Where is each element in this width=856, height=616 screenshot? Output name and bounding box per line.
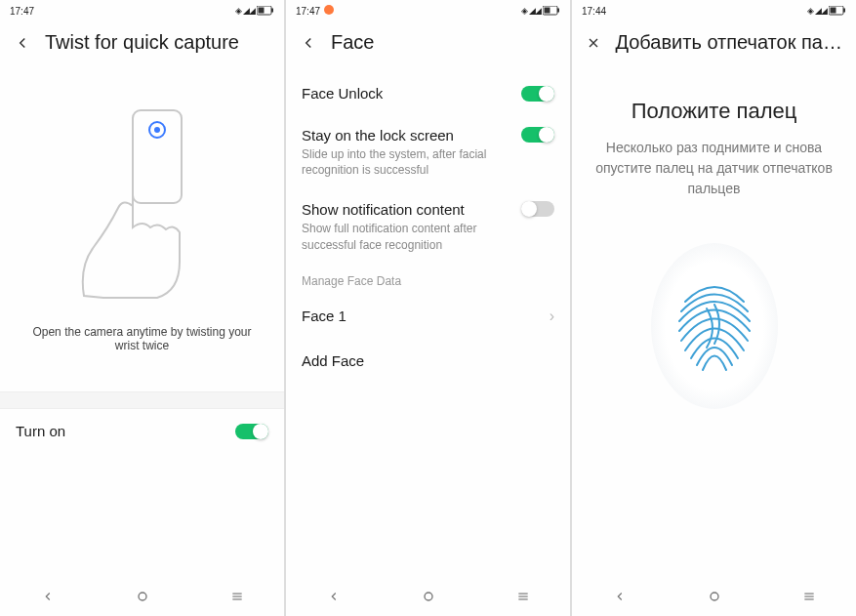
battery-icon	[543, 6, 560, 16]
screen-twist-capture: 17:47 ◈ ◢◢ Twist for quick capture Open …	[0, 0, 284, 616]
signal-icon: ◢◢	[529, 6, 541, 16]
wifi-icon: ◈	[235, 6, 241, 16]
page-title: Face	[331, 31, 374, 54]
signal-icon: ◢◢	[243, 6, 255, 16]
header: Face	[286, 21, 570, 71]
svg-rect-18	[843, 9, 845, 13]
svg-point-20	[651, 243, 778, 409]
add-face-label: Add Face	[302, 352, 364, 369]
chevron-right-icon: ›	[550, 308, 554, 325]
svg-point-13	[425, 593, 432, 600]
status-bar: 17:44 ◈ ◢◢	[572, 0, 856, 21]
nav-bar	[0, 577, 284, 616]
fingerprint-desc: Несколько раз поднимите и снова опустите…	[595, 138, 833, 199]
header: Twist for quick capture	[0, 21, 284, 71]
clock: 17:44	[582, 6, 606, 17]
page-title: Добавить отпечаток паль…	[615, 31, 842, 54]
notif-title: Show notification content	[302, 201, 510, 218]
clock: 17:47	[10, 6, 34, 17]
svg-rect-12	[545, 8, 550, 14]
status-icons: ◈ ◢◢	[235, 6, 274, 16]
status-icons: ◈ ◢◢	[807, 6, 846, 16]
turn-on-row[interactable]: Turn on	[0, 409, 284, 453]
menu-nav-icon[interactable]	[798, 586, 820, 607]
face-unlock-row[interactable]: Face Unlock	[286, 71, 570, 115]
menu-nav-icon[interactable]	[226, 586, 248, 607]
notif-toggle[interactable]	[521, 201, 554, 217]
recording-dot-icon	[324, 5, 334, 15]
nav-bar	[286, 577, 570, 616]
page-title: Twist for quick capture	[45, 31, 239, 54]
status-bar: 17:47 ◈ ◢◢	[286, 0, 570, 21]
back-nav-icon[interactable]	[37, 586, 59, 607]
status-bar: 17:47 ◈ ◢◢	[0, 0, 284, 21]
home-nav-icon[interactable]	[418, 586, 439, 607]
illustration: Open the camera anytime by twisting your…	[0, 71, 284, 362]
battery-icon	[257, 6, 274, 16]
turn-on-toggle[interactable]	[235, 424, 268, 439]
status-icons: ◈ ◢◢	[521, 6, 560, 16]
clock: 17:47	[296, 5, 334, 17]
screen-add-fingerprint: 17:44 ◈ ◢◢ Добавить отпечаток паль… Поло…	[572, 0, 856, 616]
svg-point-5	[154, 127, 160, 133]
svg-rect-19	[831, 8, 836, 14]
svg-point-6	[139, 593, 146, 600]
turn-on-label: Turn on	[16, 423, 65, 439]
svg-rect-11	[557, 9, 559, 13]
add-face-row[interactable]: Add Face	[286, 339, 570, 383]
face1-row[interactable]: Face 1 ›	[286, 294, 570, 339]
back-nav-icon[interactable]	[609, 586, 631, 607]
home-nav-icon[interactable]	[132, 586, 153, 607]
close-icon[interactable]	[586, 34, 601, 52]
back-arrow-icon[interactable]	[300, 34, 317, 52]
home-nav-icon[interactable]	[704, 586, 725, 607]
header: Добавить отпечаток паль…	[572, 21, 856, 71]
stay-lock-sub: Slide up into the system, after facial r…	[302, 146, 510, 178]
section-divider	[0, 391, 284, 409]
instruction-text: Open the camera anytime by twisting your…	[20, 325, 265, 352]
notif-content-row[interactable]: Show notification content Show full noti…	[286, 189, 570, 264]
battery-icon	[829, 6, 846, 16]
stay-lock-row[interactable]: Stay on the lock screen Slide up into th…	[286, 115, 570, 189]
svg-rect-3	[133, 110, 182, 203]
svg-rect-1	[271, 9, 273, 13]
notif-sub: Show full notification content after suc…	[302, 221, 510, 252]
face1-label: Face 1	[302, 308, 346, 324]
face-unlock-toggle[interactable]	[521, 86, 554, 102]
back-nav-icon[interactable]	[323, 586, 345, 607]
svg-rect-2	[259, 8, 265, 14]
wifi-icon: ◈	[521, 6, 527, 16]
face-unlock-label: Face Unlock	[302, 85, 383, 102]
fingerprint-heading: Положите палец	[632, 99, 797, 124]
svg-point-21	[711, 593, 718, 600]
fingerprint-icon	[646, 238, 783, 414]
stay-lock-toggle[interactable]	[521, 127, 554, 143]
nav-bar	[572, 577, 856, 616]
manage-face-label: Manage Face Data	[286, 265, 570, 294]
stay-lock-title: Stay on the lock screen	[302, 127, 510, 144]
screen-face: 17:47 ◈ ◢◢ Face Face Unlock Stay on the …	[286, 0, 570, 616]
menu-nav-icon[interactable]	[512, 586, 534, 607]
wifi-icon: ◈	[807, 6, 813, 16]
back-arrow-icon[interactable]	[14, 34, 31, 52]
signal-icon: ◢◢	[815, 6, 827, 16]
